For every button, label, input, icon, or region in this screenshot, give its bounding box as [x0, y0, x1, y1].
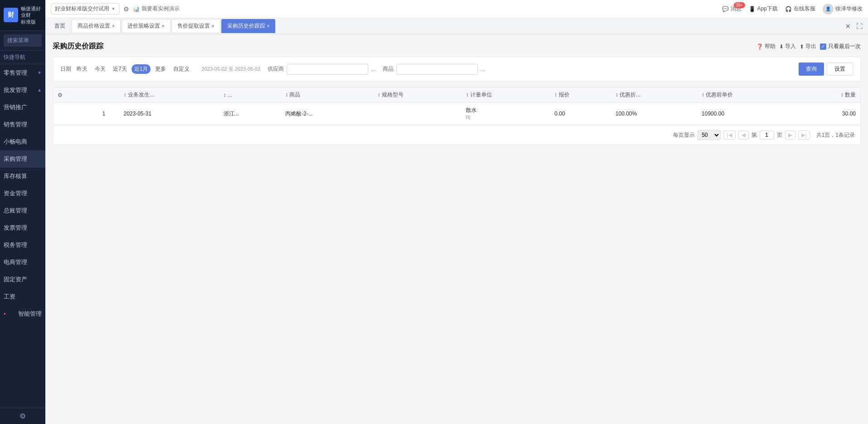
col-gear[interactable]: ⚙: [53, 87, 88, 103]
sidebar-item-sales[interactable]: 销售管理: [0, 116, 45, 133]
date-opt-7days[interactable]: 近7天: [110, 64, 130, 74]
col-extra[interactable]: ↕ ...: [219, 87, 281, 103]
user-menu[interactable]: 👤 徐泽华修改: [823, 4, 863, 14]
tab-price-extract[interactable]: 售价提取设置 ×: [171, 19, 220, 33]
cell-quantity: 30.00: [799, 103, 860, 125]
cell-quoted-price: 0.00: [550, 103, 611, 125]
tab-close-button[interactable]: ✕: [844, 22, 853, 31]
col-date-label: ↕ 业务发生...: [123, 92, 154, 98]
per-page-select[interactable]: 50 10 20 100: [697, 130, 721, 140]
table-header-row: ⚙ ↕ 业务发生... ↕ ... ↕ 商品 ↕ 规格型号: [53, 87, 860, 103]
sidebar-item-wholesale[interactable]: 批发管理 ▲: [0, 82, 45, 99]
import-icon: ⬇: [779, 43, 784, 50]
col-date[interactable]: ↕ 业务发生...: [119, 87, 219, 103]
first-page-button[interactable]: |◀: [723, 130, 735, 140]
settings-button[interactable]: 设置: [827, 63, 853, 76]
sidebar-item-procurement[interactable]: 采购管理: [0, 150, 45, 168]
sidebar-item-smart[interactable]: 智能管理: [0, 305, 45, 323]
sidebar-item-finance[interactable]: 资金管理: [0, 185, 45, 202]
col-unit[interactable]: ↕ 计量单位: [461, 87, 550, 103]
per-page-label: 每页显示: [673, 131, 695, 139]
export-button[interactable]: ⬆ 导出: [800, 43, 816, 50]
demo-link[interactable]: 📊 我要看实例演示: [133, 5, 180, 13]
next-page-button[interactable]: ▶: [785, 130, 795, 140]
inventory-label: 库存核算: [4, 172, 27, 180]
tab-purchase-history-close-icon[interactable]: ×: [267, 24, 270, 29]
retail-label: 零售管理: [4, 69, 27, 77]
filter-product: 商品 ...: [383, 64, 485, 75]
messages-button[interactable]: 💬 消息 99+: [722, 5, 741, 13]
col-quoted-price[interactable]: ↕ 报价: [550, 87, 611, 103]
supplier-filter-label: 供应商: [268, 65, 284, 73]
filter-supplier: 供应商 ...: [268, 64, 375, 75]
tab-product-price-close-icon[interactable]: ×: [112, 24, 115, 29]
app-download-button[interactable]: 📱 App下载: [749, 5, 778, 13]
sidebar-item-payroll[interactable]: 工资: [0, 288, 45, 305]
product-more-button[interactable]: ...: [481, 66, 485, 72]
sidebar-item-invoice[interactable]: 发票管理: [0, 219, 45, 236]
col-unit-label: ↕ 计量单位: [466, 92, 492, 98]
topbar-settings-button[interactable]: ⚙: [123, 5, 129, 13]
page-input[interactable]: [760, 130, 774, 140]
cell-num: 1: [88, 103, 119, 125]
col-quantity[interactable]: ↕ 数量: [799, 87, 860, 103]
online-service-button[interactable]: 🎧 在线客服: [785, 5, 815, 13]
online-service-label: 在线客服: [794, 5, 815, 13]
col-orig-price[interactable]: ↕ 优惠前单价: [697, 87, 799, 103]
version-selector[interactable]: 好业财标准版交付试用 ▼: [51, 3, 120, 14]
search-menu-button[interactable]: 搜索菜单: [4, 34, 42, 47]
tab-home[interactable]: 首页: [49, 19, 71, 33]
sidebar-item-tax[interactable]: 税务管理: [0, 236, 45, 254]
sidebar-item-retail[interactable]: 零售管理 ▼: [0, 64, 45, 82]
demo-icon: 📊: [133, 6, 140, 12]
date-filter-label: 日期: [60, 65, 71, 73]
sidebar-item-ecommerce-small[interactable]: 小畅电商: [0, 133, 45, 150]
prev-page-button[interactable]: ◀: [738, 130, 749, 140]
import-button[interactable]: ⬇ 导入: [779, 43, 796, 50]
invoice-label: 发票管理: [4, 224, 27, 232]
help-button[interactable]: ❓ 帮助: [756, 43, 775, 50]
sidebar-item-general-ledger[interactable]: 总账管理: [0, 202, 45, 219]
date-opt-yesterday[interactable]: 昨天: [74, 64, 90, 74]
date-opt-today[interactable]: 今天: [92, 64, 108, 74]
only-last-checkbox[interactable]: ✓ 只看最后一次: [820, 43, 861, 50]
quick-nav-item[interactable]: 快捷导航: [0, 51, 45, 64]
tab-product-price-label: 商品价格设置: [78, 22, 110, 30]
supplier-input[interactable]: [287, 64, 368, 75]
sidebar-settings-button[interactable]: ⚙: [20, 412, 26, 420]
finance-label: 资金管理: [4, 189, 27, 198]
only-last-label: 只看最后一次: [828, 43, 861, 50]
col-spec[interactable]: ↕ 规格型号: [373, 87, 461, 103]
date-opt-custom[interactable]: 自定义: [171, 64, 192, 74]
col-product[interactable]: ↕ 商品: [281, 87, 373, 103]
sidebar-item-marketing[interactable]: 营销推广: [0, 99, 45, 116]
col-orig-price-label: ↕ 优惠前单价: [702, 92, 733, 98]
date-options: 昨天 今天 近7天 近1月 更多 自定义: [74, 64, 192, 74]
sidebar-menu: 零售管理 ▼ 批发管理 ▲ 营销推广 销售管理 小畅电商 采购管理 库存核算 资…: [0, 64, 45, 408]
col-discount[interactable]: ↕ 优惠折...: [611, 87, 697, 103]
sidebar-item-inventory[interactable]: 库存核算: [0, 168, 45, 185]
date-opt-1month[interactable]: 近1月: [132, 64, 151, 74]
cell-discount: 100.00%: [611, 103, 697, 125]
ecommerce-small-label: 小畅电商: [4, 138, 27, 146]
tab-purchase-history[interactable]: 采购历史价跟踪 ×: [221, 19, 276, 33]
date-opt-more[interactable]: 更多: [152, 64, 169, 74]
product-input[interactable]: [396, 64, 478, 75]
cell-orig-price: 10900.00: [697, 103, 799, 125]
export-label: 导出: [805, 43, 816, 50]
last-page-button[interactable]: ▶|: [798, 130, 810, 140]
sidebar-item-fixed-assets[interactable]: 固定资产: [0, 271, 45, 288]
col-product-label: ↕ 商品: [285, 92, 300, 98]
tab-cost-strategy[interactable]: 进价策略设置 ×: [122, 19, 171, 33]
date-range-text: 2023-05-02 至 2023-06-02: [201, 66, 260, 72]
tab-maximize-button[interactable]: ⛶: [854, 22, 864, 31]
table-container: ⚙ ↕ 业务发生... ↕ ... ↕ 商品 ↕ 规格型号: [53, 87, 861, 145]
tab-product-price[interactable]: 商品价格设置 ×: [72, 19, 121, 33]
tab-price-extract-close-icon[interactable]: ×: [212, 24, 215, 29]
supplier-more-button[interactable]: ...: [371, 66, 375, 72]
query-button[interactable]: 查询: [799, 63, 824, 76]
tab-cost-strategy-close-icon[interactable]: ×: [162, 24, 165, 29]
table-row[interactable]: 1 2023-05-31 浙江... 丙烯酸-2-... 散水吨 0.00 10…: [53, 103, 860, 125]
sidebar-item-ecommerce[interactable]: 电商管理: [0, 254, 45, 271]
page-actions: ❓ 帮助 ⬇ 导入 ⬆ 导出 ✓ 只看最后一次: [756, 43, 861, 50]
